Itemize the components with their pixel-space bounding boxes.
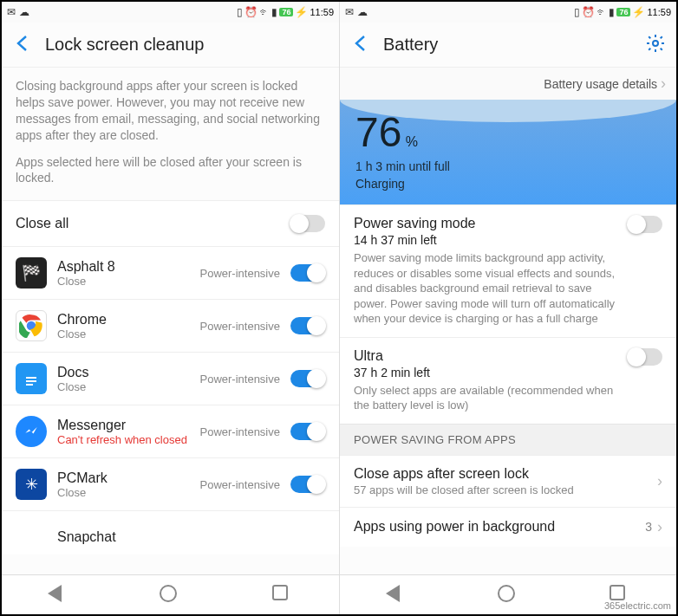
- app-sub: Close: [57, 275, 115, 288]
- power-label: Power-intensive: [200, 373, 281, 386]
- app-row-asphalt[interactable]: 🏁 Asphalt 8 Close Power-intensive: [2, 246, 339, 299]
- app-toggle[interactable]: [290, 423, 325, 440]
- charging-status: Charging: [355, 177, 661, 191]
- chevron-right-icon: ›: [657, 472, 662, 490]
- wifi-icon: ᯤ: [259, 6, 270, 18]
- back-icon[interactable]: [350, 33, 371, 57]
- svg-rect-4: [26, 380, 36, 382]
- ultra-time: 37 h 2 min left: [354, 366, 617, 379]
- asphalt-icon: 🏁: [16, 257, 47, 289]
- vibrate-icon: ▯: [574, 6, 580, 18]
- app-sub: Close: [57, 486, 108, 499]
- chevron-right-icon: ›: [657, 518, 662, 536]
- page-title: Lock screen cleanup: [45, 35, 204, 55]
- screen-battery: ✉ ☁ ▯ ⏰ ᯤ ▮ 76 ⚡ 11:59 Battery Batt: [339, 2, 676, 614]
- ultra-title: Ultra: [354, 348, 617, 364]
- chevron-right-icon: ›: [661, 75, 666, 92]
- header: Lock screen cleanup: [2, 23, 339, 68]
- cloud-icon: ☁: [357, 6, 368, 18]
- battery-hero: 76 % 1 h 3 min until full Charging: [340, 100, 676, 204]
- pcmark-icon: ✳: [16, 469, 47, 500]
- bg-apps-row[interactable]: Apps using power in background 3 ›: [340, 507, 676, 547]
- app-row-snapchat[interactable]: Snapchat: [2, 510, 339, 554]
- alarm-icon: ⏰: [244, 6, 258, 18]
- battery-percent: 76: [355, 108, 401, 156]
- clock: 11:59: [310, 7, 334, 17]
- app-toggle[interactable]: [290, 264, 325, 282]
- ultra-toggle[interactable]: [628, 348, 662, 366]
- psm-title: Power saving mode: [354, 216, 617, 231]
- screen-lock-cleanup: ✉ ☁ ▯ ⏰ ᯤ ▮ 76 ⚡ 11:59 Lock screen clean…: [2, 2, 339, 614]
- status-bar: ✉ ☁ ▯ ⏰ ᯤ ▮ 76 ⚡ 11:59: [2, 2, 339, 23]
- percent-sign: %: [406, 134, 418, 149]
- charging-icon: ⚡: [295, 6, 308, 18]
- nav-bar: [2, 574, 339, 614]
- cloud-icon: ☁: [19, 6, 29, 18]
- time-until-full: 1 h 3 min until full: [355, 159, 661, 173]
- power-label: Power-intensive: [200, 478, 281, 492]
- nav-back-icon[interactable]: [48, 585, 68, 606]
- charging-icon: ⚡: [632, 6, 645, 18]
- close-apps-row[interactable]: Close apps after screen lock 57 apps wil…: [340, 455, 676, 507]
- ultra-mode-row[interactable]: Ultra 37 h 2 min left Only select apps a…: [340, 337, 676, 424]
- battery-indicator: 76: [279, 8, 293, 16]
- app-name: PCMark: [57, 470, 108, 486]
- app-name: Docs: [57, 365, 88, 380]
- battery-usage-link[interactable]: Battery usage details ›: [340, 68, 676, 100]
- alarm-icon: ⏰: [582, 6, 595, 18]
- close-all-row[interactable]: Close all: [2, 200, 339, 246]
- power-label: Power-intensive: [200, 267, 281, 281]
- app-row-pcmark[interactable]: ✳ PCMark Close Power-intensive: [2, 457, 339, 510]
- close-all-toggle[interactable]: [290, 215, 325, 232]
- app-row-messenger[interactable]: Messenger Can't refresh when closed Powe…: [2, 405, 339, 457]
- wifi-icon: ᯤ: [597, 6, 607, 18]
- app-toggle[interactable]: [290, 370, 325, 387]
- page-title: Battery: [383, 35, 438, 55]
- watermark: 365electric.com: [604, 600, 671, 611]
- close-all-label: Close all: [16, 216, 68, 231]
- gear-icon[interactable]: [645, 33, 666, 57]
- section-header: POWER SAVING FROM APPS: [340, 424, 676, 455]
- header: Battery: [340, 23, 676, 68]
- status-bar: ✉ ☁ ▯ ⏰ ᯤ ▮ 76 ⚡ 11:59: [340, 2, 676, 23]
- bg-apps-title: Apps using power in background: [354, 519, 645, 535]
- signal-icon: ▮: [609, 6, 615, 18]
- vibrate-icon: ▯: [237, 6, 243, 18]
- app-sub: Close: [57, 327, 107, 340]
- close-apps-title: Close apps after screen lock: [354, 466, 657, 482]
- psm-desc: Power saving mode limits background app …: [354, 250, 617, 327]
- chrome-icon: [16, 310, 47, 341]
- nav-home-icon[interactable]: [160, 585, 180, 606]
- nav-recent-icon[interactable]: [272, 585, 293, 606]
- clock: 11:59: [647, 7, 671, 17]
- bg-apps-count: 3: [645, 520, 652, 534]
- svg-rect-3: [26, 377, 36, 379]
- close-apps-sub: 57 apps will be closed after screen is l…: [354, 483, 657, 496]
- battery-indicator: 76: [616, 8, 630, 16]
- mail-icon: ✉: [7, 6, 16, 18]
- nav-home-icon[interactable]: [498, 585, 518, 606]
- app-row-chrome[interactable]: Chrome Close Power-intensive: [2, 299, 339, 352]
- description-1: Closing background apps after your scree…: [2, 68, 339, 144]
- psm-time: 14 h 37 min left: [354, 233, 617, 247]
- app-name: Messenger: [57, 418, 187, 433]
- app-name: Asphalt 8: [57, 259, 115, 275]
- app-name: Snapchat: [57, 529, 116, 545]
- nav-back-icon[interactable]: [386, 585, 407, 606]
- power-saving-mode-row[interactable]: Power saving mode 14 h 37 min left Power…: [340, 204, 676, 337]
- messenger-icon: [16, 416, 47, 447]
- app-toggle[interactable]: [290, 317, 325, 334]
- signal-icon: ▮: [271, 6, 277, 18]
- power-label: Power-intensive: [200, 320, 281, 334]
- mail-icon: ✉: [345, 6, 354, 18]
- docs-icon: [16, 363, 47, 394]
- svg-rect-5: [26, 384, 33, 386]
- description-2: Apps selected here will be closed after …: [2, 144, 339, 201]
- psm-toggle[interactable]: [628, 216, 662, 233]
- app-name: Chrome: [57, 312, 107, 327]
- app-row-docs[interactable]: Docs Close Power-intensive: [2, 352, 339, 405]
- back-icon[interactable]: [12, 33, 33, 57]
- app-sub: Close: [57, 380, 88, 393]
- app-toggle[interactable]: [290, 476, 325, 493]
- power-label: Power-intensive: [200, 425, 281, 439]
